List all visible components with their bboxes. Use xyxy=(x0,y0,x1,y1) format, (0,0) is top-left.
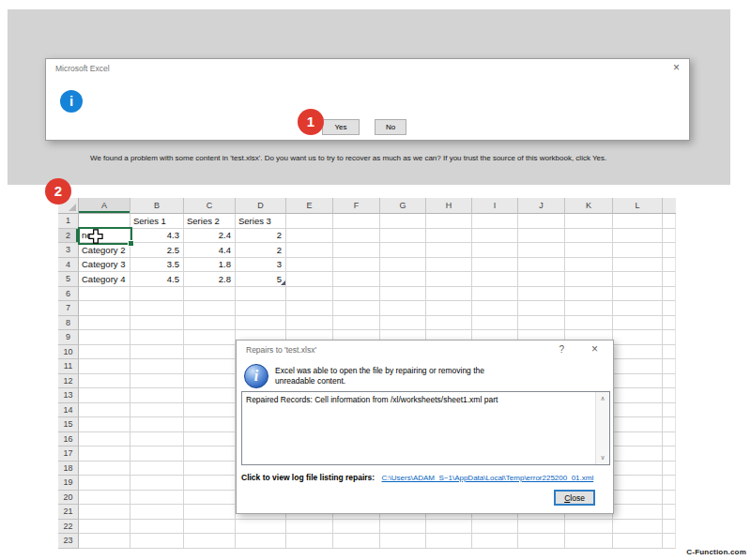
cell-J3[interactable] xyxy=(518,243,565,258)
cell-E7[interactable] xyxy=(286,301,333,316)
cell-B10[interactable] xyxy=(130,345,184,360)
cell-F1[interactable] xyxy=(333,214,380,229)
row-header-4[interactable]: 4 xyxy=(58,258,79,273)
cell-A21[interactable] xyxy=(79,505,130,520)
cell-D3[interactable]: 2 xyxy=(236,243,286,258)
cell-D8[interactable] xyxy=(236,316,286,331)
cell-B4[interactable]: 3.5 xyxy=(130,258,184,273)
cell-K6[interactable] xyxy=(565,287,613,302)
cell-G1[interactable] xyxy=(380,214,426,229)
cell-H5[interactable] xyxy=(426,272,472,287)
cell-A19[interactable] xyxy=(79,476,130,491)
cell-L8[interactable] xyxy=(613,316,663,331)
cell-A9[interactable] xyxy=(79,330,130,345)
scroll-down-icon[interactable]: ∨ xyxy=(596,453,609,462)
cell-A8[interactable] xyxy=(79,316,130,331)
cell-B13[interactable] xyxy=(130,388,184,403)
row-header-2[interactable]: 2 xyxy=(58,229,79,244)
cell-D4[interactable]: 3 xyxy=(236,258,286,273)
cell-C19[interactable] xyxy=(184,476,236,491)
cell-I5[interactable] xyxy=(472,272,518,287)
column-header-C[interactable]: C xyxy=(184,198,236,214)
cell-D7[interactable] xyxy=(236,301,286,316)
cell-B20[interactable] xyxy=(130,491,184,506)
cell-A13[interactable] xyxy=(79,388,130,403)
cell-A15[interactable] xyxy=(79,417,130,432)
column-header-G[interactable]: G xyxy=(380,198,426,214)
cell-E8[interactable] xyxy=(286,316,333,331)
cell-J23[interactable] xyxy=(518,534,565,549)
cell-L7[interactable] xyxy=(613,301,663,316)
cell-C3[interactable]: 4.4 xyxy=(184,243,236,258)
cell-L14[interactable] xyxy=(613,403,663,418)
cell-C4[interactable]: 1.8 xyxy=(184,258,236,273)
cell-A4[interactable]: Category 3 xyxy=(79,258,130,273)
close-icon[interactable]: × xyxy=(673,61,680,74)
cell-A22[interactable] xyxy=(79,520,130,535)
cell-E3[interactable] xyxy=(286,243,333,258)
cell-J22[interactable] xyxy=(518,520,565,535)
cell-C2[interactable]: 2.4 xyxy=(184,229,236,244)
cell-H3[interactable] xyxy=(426,243,472,258)
cell-C21[interactable] xyxy=(184,505,236,520)
cell-F6[interactable] xyxy=(333,287,380,302)
cell-I1[interactable] xyxy=(472,214,518,229)
cell-I7[interactable] xyxy=(472,301,518,316)
cell-B9[interactable] xyxy=(130,330,184,345)
cell-E2[interactable] xyxy=(286,229,333,244)
cell-A6[interactable] xyxy=(79,287,130,302)
cell-C1[interactable]: Series 2 xyxy=(184,214,236,229)
cell-D1[interactable]: Series 3 xyxy=(236,214,286,229)
scroll-up-icon[interactable]: ∧ xyxy=(596,394,609,403)
cell-H4[interactable] xyxy=(426,258,472,273)
cell-K4[interactable] xyxy=(565,258,613,273)
cell-G22[interactable] xyxy=(380,520,426,535)
cell-D22[interactable] xyxy=(236,520,286,535)
column-header-A[interactable]: A xyxy=(79,198,130,214)
cell-B1[interactable]: Series 1 xyxy=(130,214,184,229)
row-header-7[interactable]: 7 xyxy=(58,301,79,316)
cell-J2[interactable] xyxy=(518,229,565,244)
cell-K22[interactable] xyxy=(565,520,613,535)
cell-K23[interactable] xyxy=(565,534,613,549)
cell-H8[interactable] xyxy=(426,316,472,331)
cell-G2[interactable] xyxy=(380,229,426,244)
cell-H6[interactable] xyxy=(426,287,472,302)
row-header-16[interactable]: 16 xyxy=(58,432,79,447)
cell-J6[interactable] xyxy=(518,287,565,302)
cell-G6[interactable] xyxy=(380,287,426,302)
cell-C10[interactable] xyxy=(184,345,236,360)
cell-B23[interactable] xyxy=(130,534,184,549)
cell-K2[interactable] xyxy=(565,229,613,244)
cell-C12[interactable] xyxy=(184,374,236,389)
cell-A18[interactable] xyxy=(79,462,130,477)
cell-C14[interactable] xyxy=(184,403,236,418)
row-header-1[interactable]: 1 xyxy=(58,214,79,229)
cell-B14[interactable] xyxy=(130,403,184,418)
repaired-records-listbox[interactable]: Repaired Records: Cell information from … xyxy=(241,391,610,465)
cell-K8[interactable] xyxy=(565,316,613,331)
fill-handle[interactable] xyxy=(128,240,134,247)
cell-A20[interactable] xyxy=(79,491,130,506)
cell-F3[interactable] xyxy=(333,243,380,258)
cell-L12[interactable] xyxy=(613,374,663,389)
cell-L18[interactable] xyxy=(613,462,663,477)
no-button[interactable]: No xyxy=(375,119,406,135)
cell-C18[interactable] xyxy=(184,462,236,477)
cell-L2[interactable] xyxy=(613,229,663,244)
cell-K1[interactable] xyxy=(565,214,613,229)
cell-K3[interactable] xyxy=(565,243,613,258)
cell-G8[interactable] xyxy=(380,316,426,331)
row-header-17[interactable]: 17 xyxy=(58,446,79,462)
column-header-B[interactable]: B xyxy=(130,198,184,214)
cell-B8[interactable] xyxy=(130,316,184,331)
cell-B16[interactable] xyxy=(130,432,184,447)
cell-F7[interactable] xyxy=(333,301,380,316)
cell-L11[interactable] xyxy=(613,359,663,374)
log-file-link[interactable]: C:\Users\ADAM_S~1\AppData\Local\Temp\err… xyxy=(382,474,594,482)
column-header-I[interactable]: I xyxy=(472,198,518,214)
cell-B19[interactable] xyxy=(130,476,184,491)
cell-L10[interactable] xyxy=(613,345,663,360)
column-header-K[interactable]: K xyxy=(565,198,613,214)
cell-C15[interactable] xyxy=(184,417,236,432)
